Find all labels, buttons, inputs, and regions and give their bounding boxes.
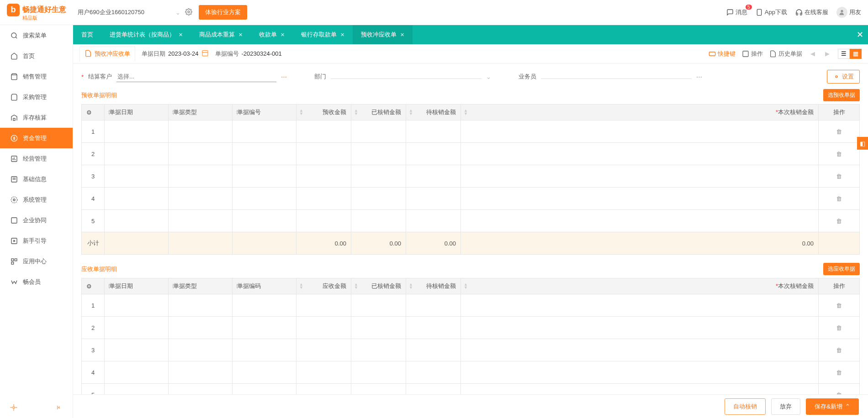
svg-rect-7: [13, 118, 15, 120]
company-selector[interactable]: 用户690企业1660120750 ⌄: [78, 8, 180, 16]
svg-point-23: [13, 407, 15, 408]
sort-icon[interactable]: ▲▼: [409, 109, 413, 115]
tab-bank[interactable]: 银行存取款单✕: [293, 25, 353, 44]
side-feedback-tab[interactable]: ◧: [857, 137, 868, 150]
trial-button[interactable]: 体验行业方案: [199, 5, 247, 20]
auto-offset-button[interactable]: 自动核销: [725, 398, 766, 415]
table-row[interactable]: 3🗑: [82, 165, 860, 188]
table-row[interactable]: 1🗑: [82, 120, 860, 143]
sidebar-item-inventory[interactable]: 库存核算: [0, 107, 73, 128]
sort-icon[interactable]: ▲▼: [354, 109, 358, 115]
sidebar-item-collab[interactable]: 企业协同: [0, 210, 73, 230]
table-row[interactable]: 4🗑: [82, 188, 860, 210]
operation-link[interactable]: 操作: [742, 50, 763, 58]
shortcut-link[interactable]: 快捷键: [709, 50, 736, 58]
view-form-toggle[interactable]: ▦: [850, 49, 862, 59]
sidebar-item-home[interactable]: 首页: [0, 46, 73, 66]
close-icon[interactable]: ✕: [340, 32, 344, 38]
tab-purchase-stats[interactable]: 进货单统计表（按商品）✕: [101, 25, 191, 44]
history-link[interactable]: 历史单据: [769, 50, 802, 58]
delete-icon[interactable]: 🗑: [836, 151, 842, 157]
close-icon[interactable]: ✕: [238, 32, 243, 38]
sort-icon[interactable]: ▲▼: [354, 283, 358, 289]
sales-picker-icon[interactable]: ⋯: [696, 73, 702, 80]
tabs-close-all-icon[interactable]: ✕: [857, 30, 863, 40]
settings-button[interactable]: 设置: [827, 70, 860, 84]
customer-picker-icon[interactable]: ⋯: [281, 73, 287, 80]
sidebar-item-apps[interactable]: 应用中心: [0, 251, 73, 272]
tab-prepay-offset[interactable]: 预收冲应收单✕: [353, 25, 413, 44]
view-list-toggle[interactable]: ☰: [838, 49, 850, 59]
app-download-link[interactable]: App下载: [756, 8, 787, 16]
delete-icon[interactable]: 🗑: [836, 128, 842, 135]
close-icon[interactable]: ✕: [281, 32, 285, 38]
sidebar-item-guide[interactable]: 新手引导: [0, 230, 73, 251]
sidebar-item-sales[interactable]: 销售管理: [0, 66, 73, 87]
sort-icon[interactable]: ▲▼: [235, 109, 239, 115]
sort-icon[interactable]: ▲▼: [171, 109, 175, 115]
close-icon[interactable]: ✕: [400, 32, 404, 38]
dept-input[interactable]: [331, 75, 482, 79]
user-menu[interactable]: 用友: [836, 7, 861, 18]
next-doc-icon[interactable]: ▶: [823, 50, 831, 57]
sort-icon[interactable]: ▲▼: [171, 283, 175, 289]
company-settings-icon[interactable]: [185, 8, 192, 17]
customer-input[interactable]: [116, 71, 276, 82]
prev-doc-icon[interactable]: ◀: [809, 50, 817, 57]
sidebar-settings-icon[interactable]: [10, 404, 17, 413]
sidebar-collapse-icon[interactable]: [55, 404, 63, 413]
delete-icon[interactable]: 🗑: [836, 347, 842, 354]
sidebar-item-operation[interactable]: 经营管理: [0, 148, 73, 169]
svg-rect-25: [202, 51, 208, 56]
customer-service-link[interactable]: 在线客服: [795, 8, 828, 16]
table-row[interactable]: 2🗑: [82, 143, 860, 165]
delete-icon[interactable]: 🗑: [836, 302, 842, 309]
table-row[interactable]: 2🗑: [82, 317, 860, 339]
sidebar-item-purchase[interactable]: 采购管理: [0, 87, 73, 107]
svg-rect-24: [57, 406, 58, 409]
delete-icon[interactable]: 🗑: [836, 324, 842, 331]
table-row[interactable]: 1🗑: [82, 294, 860, 317]
sort-icon[interactable]: ▲▼: [235, 283, 239, 289]
bag-icon: [10, 73, 18, 81]
select-receivable-button[interactable]: 选应收单据: [823, 263, 860, 275]
sidebar-item-member[interactable]: 畅会员: [0, 272, 73, 292]
tab-home[interactable]: 首页: [73, 25, 101, 44]
sort-icon[interactable]: ▲▼: [464, 283, 468, 289]
calendar-icon[interactable]: [201, 49, 209, 58]
table-row[interactable]: 5🗑: [82, 384, 860, 395]
table-row[interactable]: 4🗑: [82, 361, 860, 384]
delete-icon[interactable]: 🗑: [836, 195, 842, 202]
sort-icon[interactable]: ▲▼: [107, 109, 111, 115]
sort-icon[interactable]: ▲▼: [299, 109, 303, 115]
delete-icon[interactable]: 🗑: [836, 173, 842, 180]
sort-icon[interactable]: ▲▼: [107, 283, 111, 289]
sidebar-item-funds[interactable]: 资金管理: [0, 128, 73, 148]
delete-icon[interactable]: 🗑: [836, 218, 842, 225]
doc-type-tab[interactable]: 预收冲应收单: [79, 47, 135, 61]
sidebar-item-system[interactable]: 系统管理: [0, 189, 73, 210]
sidebar-item-basic[interactable]: 基础信息: [0, 169, 73, 189]
close-icon[interactable]: ✕: [179, 32, 183, 38]
chevron-down-icon[interactable]: ⌄: [486, 73, 491, 80]
svg-point-29: [836, 76, 837, 78]
sort-icon[interactable]: ▲▼: [464, 109, 468, 115]
tab-receipt[interactable]: 收款单✕: [251, 25, 293, 44]
sales-input[interactable]: [541, 75, 692, 79]
chevron-up-icon: ⌃: [845, 403, 850, 410]
table-config-icon[interactable]: ⚙: [86, 109, 92, 116]
table-row[interactable]: 3🗑: [82, 339, 860, 361]
sidebar-item-search[interactable]: 搜索菜单: [0, 25, 73, 46]
doc-date-value[interactable]: 2023-03-24: [168, 50, 199, 57]
delete-icon[interactable]: 🗑: [836, 369, 842, 376]
sort-icon[interactable]: ▲▼: [409, 283, 413, 289]
messages-link[interactable]: 消息 5: [726, 8, 747, 16]
table-row[interactable]: 5🗑: [82, 210, 860, 232]
tab-cost-recalc[interactable]: 商品成本重算✕: [191, 25, 251, 44]
select-prepay-button[interactable]: 选预收单据: [823, 89, 860, 101]
discard-button[interactable]: 放弃: [771, 398, 800, 415]
table-config-icon[interactable]: ⚙: [86, 283, 92, 290]
save-and-new-button[interactable]: 保存&新增⌃: [806, 398, 859, 415]
sort-icon[interactable]: ▲▼: [299, 283, 303, 289]
money-icon: [10, 134, 18, 142]
